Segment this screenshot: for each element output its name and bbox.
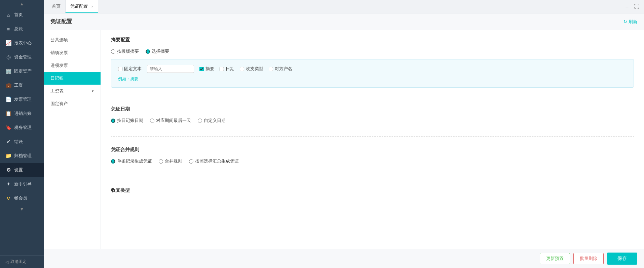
left-nav-item-fixed-assets[interactable]: 固定资产 bbox=[44, 97, 101, 110]
checkbox-date[interactable]: 日期 bbox=[220, 66, 234, 72]
left-nav-item-sales-invoice[interactable]: 销项发票 bbox=[44, 46, 101, 59]
radio-period-last-day-input[interactable] bbox=[150, 119, 154, 123]
bottom-bar: 更新预置 批量删除 保存 bbox=[44, 249, 644, 268]
sidebar-scroll-down[interactable]: ▼ bbox=[0, 205, 44, 213]
sidebar-scroll-up[interactable]: ▲ bbox=[0, 0, 44, 8]
settings-icon: ⚙ bbox=[5, 167, 11, 173]
sidebar-item-settings[interactable]: ⚙ 设置 bbox=[0, 163, 44, 177]
checkbox-counterpart[interactable]: 对方户名 bbox=[269, 66, 292, 72]
summary-config-box: 固定文本 摘要 日期 bbox=[111, 59, 634, 88]
invoice-mgmt-icon: 📄 bbox=[5, 96, 11, 102]
summary-config-section: 摘要配置 按模版摘要 选择摘要 bbox=[111, 37, 634, 96]
payroll-icon: 💼 bbox=[5, 82, 11, 88]
pin-icon: ◁ bbox=[5, 260, 8, 264]
save-button[interactable]: 保存 bbox=[607, 253, 637, 265]
voucher-date-title: 凭证日期 bbox=[111, 106, 634, 112]
summary-config-title: 摘要配置 bbox=[111, 37, 634, 43]
reports-icon: 📈 bbox=[5, 40, 11, 46]
radio-period-last-day[interactable]: 对应期间最后一天 bbox=[150, 118, 191, 124]
archive-icon: 📁 bbox=[5, 153, 11, 159]
radio-single-record[interactable]: 单条记录生成凭证 bbox=[111, 158, 152, 164]
income-type-section: 收支类型 bbox=[111, 187, 634, 207]
tab-close-icon[interactable]: × bbox=[91, 4, 93, 8]
voucher-date-radio-row: 按日记账日期 对应期间最后一天 自定义日期 bbox=[111, 118, 634, 124]
sidebar-item-home[interactable]: ⌂ 首页 bbox=[0, 8, 44, 22]
refresh-icon: ↻ bbox=[623, 19, 627, 24]
radio-merge-rule-input[interactable] bbox=[159, 159, 163, 164]
left-nav-item-payroll-table[interactable]: 工资表 ▾ bbox=[44, 85, 101, 97]
sidebar-item-fixed-assets[interactable]: 🏢 固定资产 bbox=[0, 64, 44, 78]
income-type-title: 收支类型 bbox=[111, 187, 634, 193]
refresh-button[interactable]: ↻ 刷新 bbox=[623, 19, 637, 25]
summary-config-row: 固定文本 摘要 日期 bbox=[118, 65, 627, 73]
left-nav: 公共选项 销项发票 进项发票 日记账 工资表 ▾ 固定资产 bbox=[44, 30, 101, 249]
fixed-assets-icon: 🏢 bbox=[5, 68, 11, 74]
sidebar: ▲ ⌂ 首页 ≡ 总账 📈 报表中心 ◎ 资金管理 🏢 固定资产 💼 工资 📄 … bbox=[0, 0, 44, 268]
sidebar-item-funds[interactable]: ◎ 资金管理 bbox=[0, 50, 44, 64]
ledger-icon: ≡ bbox=[5, 26, 11, 32]
sidebar-item-reports[interactable]: 📈 报表中心 bbox=[0, 36, 44, 50]
radio-custom-date[interactable]: 自定义日期 bbox=[198, 118, 226, 124]
sidebar-item-ledger[interactable]: ≡ 总账 bbox=[0, 22, 44, 36]
tab-home[interactable]: 首页 bbox=[47, 0, 65, 13]
left-nav-item-journal[interactable]: 日记账 bbox=[44, 72, 101, 85]
checkbox-date-input[interactable] bbox=[220, 67, 224, 71]
checkbox-counterpart-input[interactable] bbox=[269, 67, 273, 71]
radio-select-summary-input[interactable] bbox=[146, 49, 150, 54]
newbie-icon: ✦ bbox=[5, 181, 11, 187]
checkbox-income-type-input[interactable] bbox=[240, 67, 244, 71]
radio-journal-date[interactable]: 按日记账日期 bbox=[111, 118, 143, 124]
sidebar-item-tax-mgmt[interactable]: 🔖 税务管理 bbox=[0, 121, 44, 135]
funds-icon: ◎ bbox=[5, 54, 11, 60]
checkbox-summary[interactable]: 摘要 bbox=[199, 66, 214, 72]
right-panel: 摘要配置 按模版摘要 选择摘要 bbox=[101, 30, 644, 249]
tab-voucher-config[interactable]: 凭证配置 × bbox=[65, 0, 98, 13]
home-icon: ⌂ bbox=[5, 12, 11, 18]
sidebar-item-payroll[interactable]: 💼 工资 bbox=[0, 78, 44, 92]
inner-layout: 公共选项 销项发票 进项发票 日记账 工资表 ▾ 固定资产 bbox=[44, 30, 644, 249]
sidebar-item-vip[interactable]: V 畅会员 bbox=[0, 191, 44, 205]
cancel-fixed-button[interactable]: ◁ 取消固定 bbox=[0, 255, 44, 268]
tax-mgmt-icon: 🔖 bbox=[5, 125, 11, 131]
radio-journal-date-input[interactable] bbox=[111, 119, 115, 123]
checkbox-income-type[interactable]: 收支类型 bbox=[240, 66, 263, 72]
radio-custom-date-input[interactable] bbox=[198, 119, 202, 123]
left-nav-item-public[interactable]: 公共选项 bbox=[44, 34, 101, 46]
settlement-icon: ✔ bbox=[5, 139, 11, 145]
tab-bar-actions: – ⛶ bbox=[624, 3, 641, 10]
sidebar-item-settlement[interactable]: ✔ 结账 bbox=[0, 135, 44, 149]
page-title: 凭证配置 bbox=[50, 18, 72, 25]
purchase-sales-icon: 📋 bbox=[5, 110, 11, 117]
maximize-button[interactable]: ⛶ bbox=[633, 3, 641, 10]
merge-rules-radio-row: 单条记录生成凭证 合并规则 按照选择汇总生成凭证 bbox=[111, 158, 634, 164]
summary-preview: 例如：摘要 bbox=[118, 76, 627, 82]
radio-aggregate-input[interactable] bbox=[189, 159, 193, 164]
checkbox-fixed-text-input[interactable] bbox=[118, 67, 122, 71]
radio-aggregate[interactable]: 按照选择汇总生成凭证 bbox=[189, 158, 239, 164]
vip-icon: V bbox=[5, 195, 11, 201]
fixed-text-input[interactable] bbox=[147, 65, 194, 73]
batch-delete-button[interactable]: 批量删除 bbox=[573, 253, 604, 264]
main-area: 首页 凭证配置 × – ⛶ 凭证配置 ↻ 刷新 公共选项 bbox=[44, 0, 644, 268]
sidebar-item-archive[interactable]: 📁 归档管理 bbox=[0, 149, 44, 163]
content-area: 凭证配置 ↻ 刷新 公共选项 销项发票 进项发票 日记账 bbox=[44, 13, 644, 268]
radio-single-record-input[interactable] bbox=[111, 159, 115, 164]
minimize-button[interactable]: – bbox=[624, 3, 630, 10]
radio-template-summary-input[interactable] bbox=[111, 49, 115, 54]
update-preview-button[interactable]: 更新预置 bbox=[540, 253, 570, 264]
radio-merge-rule[interactable]: 合并规则 bbox=[159, 158, 182, 164]
radio-select-summary[interactable]: 选择摘要 bbox=[146, 48, 169, 54]
page-header: 凭证配置 ↻ 刷新 bbox=[44, 13, 644, 30]
merge-rules-section: 凭证合并规则 单条记录生成凭证 合并规则 按照选择汇总生成凭证 bbox=[111, 147, 634, 177]
summary-radio-row: 按模版摘要 选择摘要 bbox=[111, 48, 634, 54]
tab-bar: 首页 凭证配置 × – ⛶ bbox=[44, 0, 644, 13]
merge-rules-title: 凭证合并规则 bbox=[111, 147, 634, 153]
checkbox-fixed-text[interactable]: 固定文本 bbox=[118, 66, 142, 72]
sidebar-item-newbie[interactable]: ✦ 新手引导 bbox=[0, 177, 44, 191]
sidebar-item-invoice-mgmt[interactable]: 📄 发票管理 bbox=[0, 92, 44, 106]
left-nav-item-purchase-invoice[interactable]: 进项发票 bbox=[44, 59, 101, 72]
checkbox-summary-input[interactable] bbox=[199, 67, 204, 71]
sidebar-item-purchase-sales[interactable]: 📋 进销台账 bbox=[0, 106, 44, 121]
radio-template-summary[interactable]: 按模版摘要 bbox=[111, 48, 139, 54]
voucher-date-section: 凭证日期 按日记账日期 对应期间最后一天 自定义日期 bbox=[111, 106, 634, 137]
